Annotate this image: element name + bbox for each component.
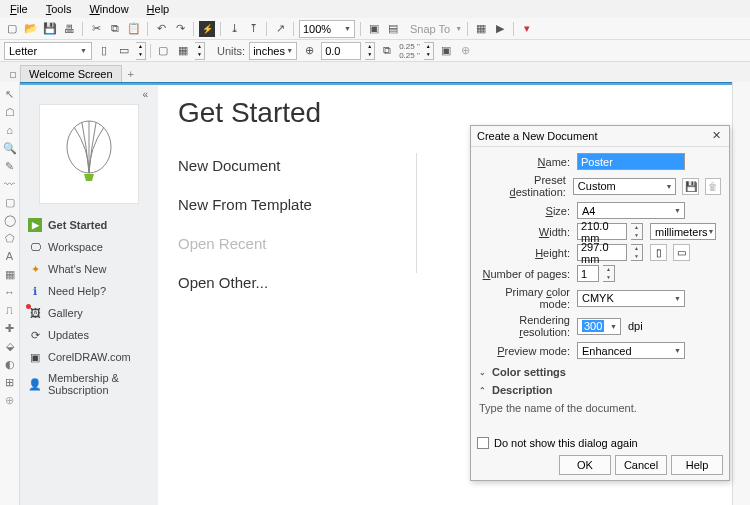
resolution-field[interactable]: 300▼ <box>577 318 621 335</box>
menu-window[interactable]: Window <box>83 1 134 17</box>
color-mode-select[interactable]: CMYK▼ <box>577 290 685 307</box>
sidebar-item-gallery[interactable]: 🖼 Gallery <box>26 302 152 324</box>
name-field[interactable]: Poster <box>577 153 685 170</box>
section-description[interactable]: ⌃ Description <box>479 381 721 399</box>
link-open-other[interactable]: Open Other... <box>178 274 408 291</box>
freehand-tool-icon[interactable]: ✎ <box>3 160 17 174</box>
units-select[interactable]: inches ▼ <box>249 42 297 60</box>
preset-select[interactable]: Custom▼ <box>573 178 677 195</box>
open-icon[interactable]: 📂 <box>23 21 39 37</box>
print-icon[interactable]: 🖶 <box>61 21 77 37</box>
spin-height[interactable]: ▲▼ <box>631 244 643 261</box>
section-color-settings[interactable]: ⌄ Color settings <box>479 363 721 381</box>
snap-to-label[interactable]: Snap To <box>410 23 450 35</box>
options-icon[interactable]: ▦ <box>473 21 489 37</box>
menu-tools[interactable]: Tools <box>40 1 78 17</box>
launch-icon[interactable]: ▶ <box>492 21 508 37</box>
preview-icon[interactable]: ▤ <box>385 21 401 37</box>
ellipse-tool-icon[interactable]: ◯ <box>3 214 17 228</box>
pages-field[interactable]: 1 <box>577 265 599 282</box>
landscape-icon[interactable]: ▭ <box>116 43 132 59</box>
facing-pages-icon[interactable]: ▦ <box>175 43 191 59</box>
units-label: Units: <box>217 45 245 57</box>
help-button[interactable]: Help <box>671 455 723 475</box>
nudge-field[interactable]: 0.0 <box>321 42 361 60</box>
chevron-up-icon: ⌃ <box>479 386 486 395</box>
shape-tool-icon[interactable]: ☖ <box>3 106 17 120</box>
page-icon[interactable]: ▢ <box>155 43 171 59</box>
tab-list-icon[interactable] <box>10 72 16 78</box>
full-screen-icon[interactable]: ▣ <box>366 21 382 37</box>
label-name: Name: <box>479 156 573 168</box>
menu-file[interactable]: File <box>4 1 34 17</box>
save-preset-icon[interactable]: 💾 <box>682 178 698 195</box>
width-field[interactable]: 210.0 mm <box>577 223 627 240</box>
chevron-down-icon[interactable]: ▼ <box>455 25 462 32</box>
sidebar-item-updates[interactable]: ⟳ Updates <box>26 324 152 346</box>
dimension-tool-icon[interactable]: ↔ <box>3 286 17 300</box>
copy-icon[interactable]: ⧉ <box>107 21 123 37</box>
app-icon[interactable]: ▾ <box>519 21 535 37</box>
cancel-button[interactable]: Cancel <box>615 455 667 475</box>
crop-tool-icon[interactable]: ⌂ <box>3 124 17 138</box>
new-icon[interactable]: ▢ <box>4 21 20 37</box>
link-new-document[interactable]: New Document <box>178 157 408 174</box>
spin-pages[interactable]: ▲▼ <box>603 265 615 282</box>
spin-width[interactable]: ▲▼ <box>631 223 643 240</box>
preview-select[interactable]: Enhanced▼ <box>577 342 685 359</box>
portrait-icon[interactable]: ▯ <box>650 244 667 261</box>
new-tab-button[interactable]: + <box>122 66 140 82</box>
import-icon[interactable]: ⤓ <box>226 21 242 37</box>
zoom-select[interactable]: 100% ▼ <box>299 20 355 38</box>
link-new-from-template[interactable]: New From Template <box>178 196 408 213</box>
dropper-tool-icon[interactable]: ✚ <box>3 322 17 336</box>
treat-as-filled-icon[interactable]: ▣ <box>438 43 454 59</box>
size-select[interactable]: A4▼ <box>577 202 685 219</box>
sidebar-item-whats-new[interactable]: ✦ What's New <box>26 258 152 280</box>
artistic-tool-icon[interactable]: 〰 <box>3 178 17 192</box>
search-icon[interactable]: ⚡ <box>199 21 215 37</box>
polygon-tool-icon[interactable]: ⬠ <box>3 232 17 246</box>
sidebar-item-workspace[interactable]: 🖵 Workspace <box>26 236 152 258</box>
width-units-select[interactable]: millimeters▼ <box>650 223 716 240</box>
add-tool-icon[interactable]: ⊕ <box>3 394 17 408</box>
menu-help[interactable]: Help <box>141 1 176 17</box>
spin-nudge[interactable]: ▲▼ <box>365 42 375 60</box>
spin-pages[interactable]: ▲▼ <box>136 42 146 60</box>
close-icon[interactable]: ✕ <box>709 129 723 143</box>
add-icon[interactable]: ⊕ <box>458 43 474 59</box>
tab-welcome-screen[interactable]: Welcome Screen <box>20 65 122 82</box>
sidebar-item-coreldraw-com[interactable]: ▣ CorelDRAW.com <box>26 346 152 368</box>
zoom-tool-icon[interactable]: 🔍 <box>3 142 17 156</box>
publish-icon[interactable]: ↗ <box>272 21 288 37</box>
checkbox-icon[interactable] <box>477 437 489 449</box>
spin-dup[interactable]: ▲▼ <box>424 42 434 60</box>
height-field[interactable]: 297.0 mm <box>577 244 627 261</box>
fill-tool-icon[interactable]: ⬙ <box>3 340 17 354</box>
collapse-sidebar-icon[interactable]: « <box>26 89 152 100</box>
transparency-tool-icon[interactable]: ⊞ <box>3 376 17 390</box>
sidebar-item-membership[interactable]: 👤 Membership & Subscription <box>26 368 152 400</box>
portrait-icon[interactable]: ▯ <box>96 43 112 59</box>
paste-icon[interactable]: 📋 <box>126 21 142 37</box>
pick-tool-icon[interactable]: ↖ <box>3 88 17 102</box>
redo-icon[interactable]: ↷ <box>172 21 188 37</box>
page-size-select[interactable]: Letter ▼ <box>4 42 92 60</box>
export-icon[interactable]: ⤒ <box>245 21 261 37</box>
tab-label: Welcome Screen <box>29 68 113 80</box>
landscape-icon[interactable]: ▭ <box>673 244 690 261</box>
dont-show-checkbox-row[interactable]: Do not show this dialog again <box>477 437 723 449</box>
spin-facing[interactable]: ▲▼ <box>195 42 205 60</box>
save-icon[interactable]: 💾 <box>42 21 58 37</box>
rectangle-tool-icon[interactable]: ▢ <box>3 196 17 210</box>
play-icon: ▶ <box>28 218 42 232</box>
text-tool-icon[interactable]: A <box>3 250 17 264</box>
sidebar-item-get-started[interactable]: ▶ Get Started <box>26 214 152 236</box>
undo-icon[interactable]: ↶ <box>153 21 169 37</box>
sidebar-item-need-help[interactable]: ℹ Need Help? <box>26 280 152 302</box>
table-tool-icon[interactable]: ▦ <box>3 268 17 282</box>
connector-tool-icon[interactable]: ⎍ <box>3 304 17 318</box>
ok-button[interactable]: OK <box>559 455 611 475</box>
cut-icon[interactable]: ✂ <box>88 21 104 37</box>
outline-tool-icon[interactable]: ◐ <box>3 358 17 372</box>
